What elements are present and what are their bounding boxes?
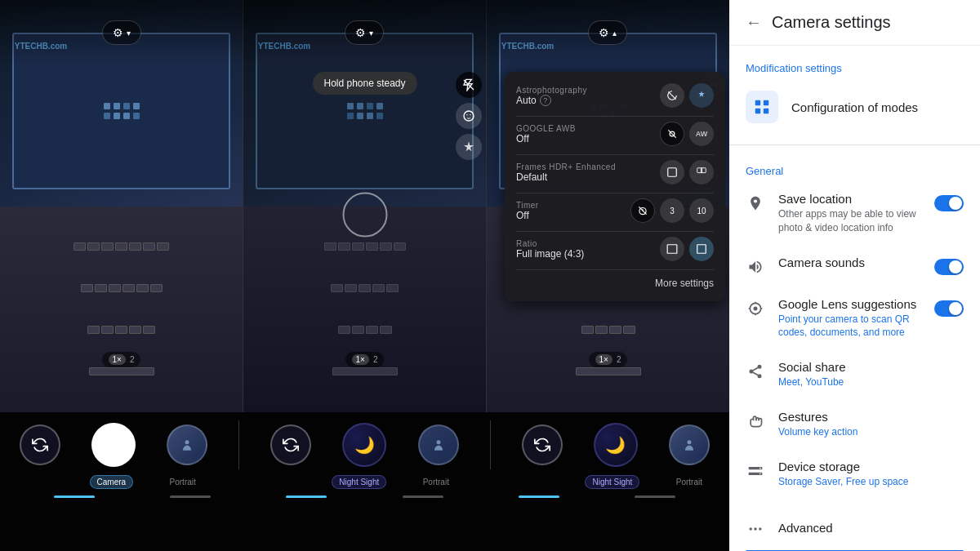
svg-point-36 (760, 468, 761, 469)
svg-point-1 (464, 111, 474, 121)
zoom-1x-3: 1× (595, 354, 612, 365)
back-button[interactable]: ← (746, 13, 762, 32)
advanced-label: Advanced (778, 521, 833, 535)
indicator-active-1 (54, 495, 95, 498)
settings-gear-icon-3: ⚙ (599, 26, 609, 39)
astro-row: Astrophotography Auto ? (516, 83, 714, 108)
astro-value: Auto (516, 95, 537, 106)
awb-on-icon[interactable]: AW (689, 122, 714, 146)
settings-btn-panel1[interactable]: ⚙ ▾ (102, 20, 141, 45)
settings-btn-panel2[interactable]: ⚙ ▾ (345, 20, 384, 45)
google-lens-toggle[interactable] (934, 300, 964, 317)
ratio-label: Ratio (516, 239, 584, 248)
save-location-toggle[interactable] (934, 195, 964, 211)
frames-label: Frames HDR+ Enhanced (516, 162, 616, 171)
frames-value: Default (516, 171, 616, 183)
no-astro-icon[interactable] (660, 83, 684, 108)
focus-circle (342, 192, 387, 237)
zoom-control-1[interactable]: 1× 2 (102, 352, 141, 367)
indicator-bars (0, 491, 729, 503)
mode-icon-night-2[interactable]: 🌙 (342, 423, 386, 467)
svg-point-16 (436, 440, 440, 444)
zoom-control-3[interactable]: 1× 2 (589, 352, 628, 367)
general-header: General (729, 155, 980, 182)
awb-off-icon[interactable] (660, 122, 684, 146)
timer-label: Timer (516, 201, 539, 210)
timer-off-icon[interactable] (630, 198, 655, 223)
camera-section: ⚙ ▾ ⚙ ▾ ⚙ ▴ (0, 0, 729, 551)
mode-icon-refresh-1[interactable] (20, 424, 60, 465)
svg-rect-13 (667, 245, 677, 254)
google-lens-item[interactable]: Google Lens suggestions Point your camer… (729, 287, 980, 351)
mode-icon-refresh-2[interactable] (270, 424, 311, 465)
astro-label: Astrophotography (516, 86, 587, 95)
svg-rect-14 (697, 245, 706, 254)
frames-multi-icon[interactable] (689, 160, 714, 184)
social-share-item[interactable]: Social share Meet, YouTube (729, 350, 980, 400)
device-storage-item[interactable]: Device storage Storage Saver, Free up sp… (729, 450, 980, 500)
svg-point-31 (758, 375, 762, 379)
face-icon[interactable] (456, 103, 482, 129)
astro-info-icon[interactable]: ? (540, 95, 551, 106)
svg-point-39 (754, 527, 756, 530)
mode-icon-capture-1[interactable] (91, 423, 136, 467)
social-share-title: Social share (778, 360, 964, 374)
mode-label-night-sight-3: Night Sight (585, 475, 639, 489)
bottom-mode-area: 🌙 🌙 (0, 412, 729, 551)
settings-panel: ← Camera settings Modification settings … (729, 0, 980, 551)
configuration-modes-item[interactable]: Configuration of modes (729, 79, 980, 135)
advanced-item[interactable]: Advanced (729, 506, 980, 550)
svg-point-2 (466, 114, 467, 115)
mode-label-camera: Camera (90, 475, 134, 489)
sparkle-icon[interactable] (456, 134, 482, 160)
zoom-control-2[interactable]: 1× 2 (345, 352, 385, 367)
mode-icon-portrait-3[interactable] (669, 424, 710, 465)
ratio-full-icon[interactable] (660, 237, 684, 261)
google-lens-title: Google Lens suggestions (778, 297, 921, 311)
sparkle-astro-icon[interactable] (689, 83, 714, 108)
ratio-square-icon[interactable] (689, 237, 714, 261)
config-label: Configuration of modes (791, 100, 918, 114)
timer-10s-icon[interactable]: 10 (689, 198, 714, 223)
indicator-inactive (170, 495, 211, 498)
mode-icon-portrait-2[interactable] (418, 424, 459, 465)
svg-line-4 (668, 91, 675, 99)
location-icon (746, 193, 765, 213)
svg-rect-7 (668, 168, 677, 177)
awb-value: Off (516, 133, 576, 144)
gesture-icon (746, 411, 765, 431)
save-location-item[interactable]: Save location Other apps may be able to … (729, 182, 980, 246)
modification-section: Modification settings Configuration of m… (729, 46, 980, 141)
svg-point-37 (760, 473, 761, 474)
save-location-content: Save location Other apps may be able to … (778, 192, 921, 235)
indicator-active-2 (286, 495, 327, 498)
camera-settings-popup: Astrophotography Auto ? GOOGLE AWB Off (505, 72, 725, 301)
more-settings-btn[interactable]: More settings (516, 275, 714, 290)
camera-sounds-item[interactable]: Camera sounds (729, 246, 980, 287)
save-location-title: Save location (778, 192, 921, 206)
chevron-down-icon-1: ▾ (127, 29, 131, 38)
indicator-active-3 (519, 495, 559, 498)
no-flash-icon[interactable] (456, 72, 482, 98)
svg-point-22 (754, 199, 757, 202)
chevron-up-icon-3: ▴ (612, 29, 617, 38)
gestures-title: Gestures (778, 410, 964, 424)
settings-btn-panel3[interactable]: ⚙ ▴ (588, 20, 627, 45)
svg-point-24 (754, 306, 758, 310)
frames-single-icon[interactable] (660, 160, 684, 184)
mode-icon-portrait-style[interactable] (167, 424, 207, 465)
awb-label: GOOGLE AWB (516, 124, 576, 133)
svg-point-30 (750, 370, 754, 374)
mode-label-night-sight-2: Night Sight (332, 475, 386, 489)
timer-3s-icon[interactable]: 3 (660, 198, 684, 223)
indicator-inactive-2 (403, 495, 443, 498)
mode-icon-refresh-3[interactable] (522, 424, 563, 465)
gestures-item[interactable]: Gestures Volume key action (729, 400, 980, 450)
camera-sounds-toggle[interactable] (934, 259, 964, 275)
social-share-subtitle: Meet, YouTube (778, 375, 964, 389)
mode-icon-night-3[interactable]: 🌙 (594, 423, 638, 467)
gestures-subtitle: Volume key action (778, 425, 964, 439)
zoom-1x-2: 1× (352, 354, 369, 365)
google-lens-subtitle: Point your camera to scan QR codes, docu… (778, 313, 921, 340)
divider-1 (729, 144, 980, 145)
